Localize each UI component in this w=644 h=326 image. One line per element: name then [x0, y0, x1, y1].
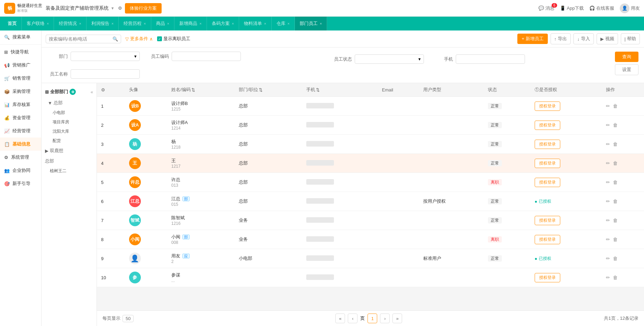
delete-icon[interactable]: 🗑 [613, 179, 618, 185]
sidebar-item-guide[interactable]: 🎯 新手引导 [0, 177, 41, 190]
tab-history-close[interactable]: × [144, 21, 146, 26]
delete-icon[interactable]: 🗑 [613, 199, 618, 204]
sidebar-item-finance[interactable]: 💰 资金管理 [0, 111, 41, 124]
sidebar-item-marketing[interactable]: 📢 营销推广 [0, 59, 41, 72]
edit-icon[interactable]: ✏ [606, 179, 610, 185]
tab-bom-close[interactable]: × [264, 21, 266, 26]
auth-button[interactable]: 授权登录 [535, 102, 560, 111]
dept-all-btn[interactable]: ⊞ 全部部门 ⚙ [45, 89, 76, 95]
delete-icon[interactable]: 🗑 [613, 237, 618, 242]
row-auth[interactable]: 授权登录 [530, 230, 602, 249]
trial-button[interactable]: 体验行业方案 [125, 3, 162, 14]
row-auth[interactable]: 授权登录 [530, 173, 602, 192]
auth-button[interactable]: 授权登录 [535, 178, 560, 187]
sidebar-item-basic[interactable]: 📋 基础信息 [0, 138, 41, 151]
edit-icon[interactable]: ✏ [606, 199, 610, 204]
edit-icon[interactable]: ✏ [606, 275, 610, 280]
row-auth[interactable]: 授权登录 [530, 135, 602, 154]
help-button[interactable]: | 帮助 [621, 33, 640, 44]
sidebar-item-management[interactable]: 📈 经营管理 [0, 124, 41, 138]
prev-page-btn[interactable]: ‹ [348, 314, 357, 323]
tab-barcode[interactable]: 条码方案× [207, 17, 239, 30]
last-page-btn[interactable]: » [392, 314, 402, 323]
tab-barcode-close[interactable]: × [232, 21, 234, 26]
delete-icon[interactable]: 🗑 [613, 160, 618, 166]
dept-group-general-title[interactable]: ▼ 总部 [44, 98, 97, 108]
edit-icon[interactable]: ✏ [606, 122, 610, 128]
system-dropdown-icon[interactable]: ▾ [111, 6, 114, 11]
dept-shuangluxiang[interactable]: ▶ 双鹿想 [42, 146, 97, 156]
tab-goods[interactable]: 商品× [151, 17, 174, 30]
edit-icon[interactable]: ✏ [606, 141, 610, 147]
sidebar-item-purchase[interactable]: 📦 采购管理 [0, 85, 41, 98]
sidebar-item-system[interactable]: ⚙ 系统管理 [0, 151, 41, 164]
auth-button[interactable]: 授权登录 [535, 140, 560, 149]
tab-dept-staff[interactable]: 部门员工× [295, 17, 327, 30]
search-input[interactable] [49, 36, 111, 42]
edit-icon[interactable]: ✏ [606, 103, 610, 109]
delete-icon[interactable]: 🗑 [613, 256, 618, 261]
first-page-btn[interactable]: « [335, 314, 345, 323]
message-item[interactable]: 💬 消息 6 [538, 5, 554, 11]
search-box[interactable]: 🔍 [46, 35, 121, 43]
tab-bom[interactable]: 物料清单× [239, 17, 271, 30]
edit-icon[interactable]: ✏ [606, 218, 610, 223]
search-btn-icon[interactable]: 🔍 [112, 36, 118, 42]
delete-icon[interactable]: 🗑 [613, 141, 618, 147]
auth-button[interactable]: 授权登录 [535, 159, 560, 168]
import-button[interactable]: ↓ 导入 [573, 33, 594, 44]
delete-icon[interactable]: 🗑 [613, 103, 618, 109]
edit-icon[interactable]: ✏ [606, 160, 610, 166]
export-button[interactable]: ↑ 导出 [551, 33, 571, 44]
emp-code-input[interactable] [172, 52, 241, 61]
tab-home[interactable]: 首页 [3, 17, 22, 30]
tab-profit-close[interactable]: × [111, 21, 114, 26]
row-auth[interactable]: 授权登录 [530, 268, 602, 287]
dept-child-distribution[interactable]: 配货 [44, 136, 97, 146]
tab-warehouse-close[interactable]: × [288, 21, 290, 26]
sidebar-search-item[interactable]: 🔍 搜索菜单 [0, 30, 41, 44]
auth-button[interactable]: 授权登录 [535, 235, 560, 244]
col-name-code[interactable]: 姓名/编码 ⇅ [167, 83, 235, 97]
sidebar-item-sales[interactable]: 🛒 销售管理 [0, 72, 41, 85]
query-button[interactable]: 查询 [615, 52, 638, 62]
tab-customer-close[interactable]: × [47, 21, 49, 26]
next-page-btn[interactable]: › [380, 314, 390, 323]
delete-icon[interactable]: 🗑 [613, 218, 618, 223]
dept-collapse-btn[interactable]: « [91, 89, 93, 95]
add-employee-button[interactable]: + 新增员工 [517, 34, 547, 44]
gear-icon[interactable]: ⚙ [118, 6, 122, 11]
current-page[interactable]: 1 [368, 314, 377, 323]
show-resigned-checkbox[interactable]: ✓ [157, 36, 162, 41]
phone-input[interactable] [456, 54, 525, 64]
col-dept-position[interactable]: 部门/职位 ⇅ [235, 83, 302, 97]
sidebar-item-collab[interactable]: 👥 企业协同 [0, 164, 41, 177]
reset-button[interactable]: 设置 [615, 64, 638, 75]
emp-status-select[interactable]: ▾ [355, 54, 424, 64]
tab-profit[interactable]: 利润报告× [87, 17, 119, 30]
tab-goods-close[interactable]: × [167, 21, 169, 26]
tab-warehouse[interactable]: 仓库× [272, 17, 295, 30]
app-download-item[interactable]: 📱 App下载 [560, 5, 584, 11]
tab-new-goods[interactable]: 新增商品× [174, 17, 207, 30]
tab-dept-staff-close[interactable]: × [320, 21, 322, 26]
dept-child-planting[interactable]: 植树王二 [42, 166, 97, 176]
edit-icon[interactable]: ✏ [606, 256, 610, 261]
row-auth[interactable]: 授权登录 [530, 97, 602, 116]
dept-child-small-elec[interactable]: 小电部 [44, 108, 97, 117]
dept-select[interactable]: ▾ [71, 52, 140, 61]
dept-child-shenyang[interactable]: 沈阳大库 [44, 127, 97, 136]
tab-new-goods-close[interactable]: × [199, 21, 201, 26]
col-settings[interactable]: ⚙ [97, 83, 125, 97]
sidebar-item-inventory[interactable]: 📊 库存核算 [0, 98, 41, 111]
auth-button[interactable]: 授权登录 [535, 121, 560, 130]
col-phone[interactable]: 手机 ⇅ [302, 83, 378, 97]
tab-operation-close[interactable]: × [79, 21, 81, 26]
dept-general2[interactable]: 总部 [42, 156, 97, 166]
tab-customer[interactable]: 客户联络× [22, 17, 54, 30]
delete-icon[interactable]: 🗑 [613, 122, 618, 128]
show-resigned-area[interactable]: ✓ 显示离职员工 [157, 36, 190, 42]
row-auth[interactable]: 授权登录 [530, 154, 602, 173]
row-auth[interactable]: 授权登录 [530, 116, 602, 135]
more-filter-btn[interactable]: ▽ 更多条件 ∧ [125, 36, 153, 42]
